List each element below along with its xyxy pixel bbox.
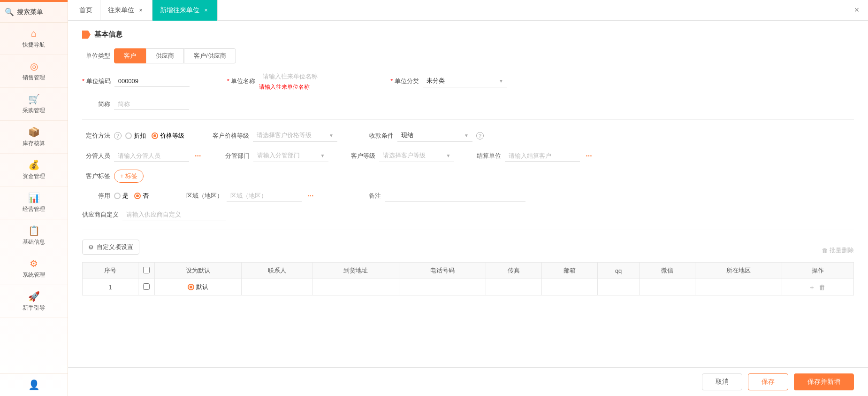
row-region xyxy=(695,279,782,295)
radio-yes[interactable]: 是 xyxy=(114,192,129,200)
unit-category-select[interactable]: 未分类 ▼ xyxy=(423,75,507,87)
department-label: 分管部门 xyxy=(221,152,250,160)
customer-level-label: 客户等级 xyxy=(347,152,375,160)
radio-discount-circle xyxy=(125,132,132,139)
row-default: 默认 xyxy=(154,279,241,295)
radio-level[interactable]: 价格等级 xyxy=(152,132,184,140)
unit-name-input[interactable] xyxy=(259,71,353,82)
tab-home[interactable]: 首页 xyxy=(72,0,100,21)
row-actions: + 🗑 xyxy=(782,279,854,295)
manager-input[interactable] xyxy=(114,150,189,162)
settlement-unit-input[interactable] xyxy=(505,150,580,162)
sidebar-item-system[interactable]: ⚙ 系统管理 xyxy=(0,252,68,285)
radio-level-label: 价格等级 xyxy=(160,132,184,140)
radio-discount-label: 折扣 xyxy=(134,132,146,140)
sidebar-item-operations[interactable]: 📊 经营管理 xyxy=(0,186,68,219)
sidebar-item-finance[interactable]: 💰 资金管理 xyxy=(0,154,68,186)
payment-terms-select[interactable]: 现结 ▼ xyxy=(397,129,472,142)
sidebar-item-label: 销售管理 xyxy=(23,74,45,82)
row-phone xyxy=(399,279,486,295)
content-area: 基本信息 单位类型 客户 供应商 客户/供应商 单位编码 xyxy=(68,21,868,367)
pricing-row: 定价方法 ? 折扣 价格等级 客户价格等级 xyxy=(82,129,854,142)
remarks-group: 备注 xyxy=(353,190,525,202)
manager-more-btn[interactable]: ··· xyxy=(193,152,203,160)
tab-new-contact[interactable]: 新增往来单位 × xyxy=(152,0,218,21)
sidebar-item-sales[interactable]: ◎ 销售管理 xyxy=(0,55,68,88)
sidebar-item-label: 基础信息 xyxy=(23,238,45,246)
add-tag-button[interactable]: + 标签 xyxy=(114,170,144,183)
payment-help-icon[interactable]: ? xyxy=(476,132,484,140)
section-basic-info: 基本信息 xyxy=(82,30,854,39)
cancel-button[interactable]: 取消 xyxy=(702,373,742,390)
region-more-btn[interactable]: ··· xyxy=(305,192,315,200)
customer-level-select[interactable]: 请选择客户等级 ▼ xyxy=(379,149,454,162)
operations-icon: 📊 xyxy=(28,192,40,203)
add-row-icon[interactable]: + xyxy=(808,283,815,291)
customer-price-level-placeholder: 请选择客户价格等级 xyxy=(257,131,327,140)
radio-no-label: 否 xyxy=(143,192,149,200)
default-radio-circle xyxy=(188,284,194,290)
type-btn-customer[interactable]: 客户 xyxy=(114,48,146,63)
short-name-row: 简称 xyxy=(82,99,854,110)
select-all-checkbox[interactable] xyxy=(143,267,150,273)
radio-discount[interactable]: 折扣 xyxy=(125,132,146,140)
add-tag-label: + 标签 xyxy=(120,172,137,180)
gear-icon: ⚙ xyxy=(88,244,94,251)
supplier-custom-group: 供应商自定义 xyxy=(82,209,226,220)
customer-level-group: 客户等级 请选择客户等级 ▼ xyxy=(347,149,454,162)
row-contact xyxy=(241,279,312,295)
settlement-more-btn[interactable]: ··· xyxy=(584,152,594,160)
tab-contacts-close[interactable]: × xyxy=(137,7,145,14)
row-checkbox-1[interactable] xyxy=(143,283,150,290)
col-checkbox xyxy=(138,263,154,279)
short-name-input[interactable] xyxy=(114,99,189,110)
sidebar-item-basic-info[interactable]: 📋 基础信息 xyxy=(0,219,68,252)
delete-row-icon[interactable]: 🗑 xyxy=(817,283,827,291)
row-email xyxy=(541,279,597,295)
customer-price-level-select[interactable]: 请选择客户价格等级 ▼ xyxy=(253,129,337,142)
row-default-radio[interactable]: 默认 xyxy=(160,283,236,291)
sidebar-item-label: 新手引导 xyxy=(23,304,45,312)
tab-contacts[interactable]: 往来单位 × xyxy=(100,0,152,21)
col-index: 序号 xyxy=(83,263,138,279)
delete-icon: 🗑 xyxy=(822,247,828,254)
payment-terms-label: 收款条件 xyxy=(365,132,394,140)
disabled-radio-group: 是 否 xyxy=(114,192,149,200)
sidebar-item-beginner[interactable]: 🚀 新手引导 xyxy=(0,285,68,318)
type-btn-supplier[interactable]: 供应商 xyxy=(146,48,184,63)
region-label: 区域（地区） xyxy=(186,192,223,200)
save-new-button[interactable]: 保存并新增 xyxy=(794,373,854,390)
manager-group: 分管人员 ··· xyxy=(82,150,203,162)
tag-row: 客户标签 + 标签 xyxy=(82,170,854,183)
tab-contacts-label: 往来单位 xyxy=(108,6,134,15)
remarks-input[interactable] xyxy=(385,190,525,202)
finance-icon: 💰 xyxy=(28,159,40,171)
save-button[interactable]: 保存 xyxy=(748,373,788,390)
sidebar-search[interactable]: 🔍 搜索菜单 xyxy=(0,2,68,23)
tab-new-contact-close[interactable]: × xyxy=(202,7,210,14)
sidebar-bottom[interactable]: 👤 xyxy=(0,373,68,396)
sidebar-item-inventory[interactable]: 📦 库存核算 xyxy=(0,121,68,154)
payment-terms-value: 现结 xyxy=(401,131,462,140)
supplier-custom-input[interactable] xyxy=(122,209,226,220)
customer-price-level-group: 客户价格等级 请选择客户价格等级 ▼ xyxy=(213,129,337,142)
batch-delete-button[interactable]: 🗑 批量删除 xyxy=(822,246,854,255)
radio-no[interactable]: 否 xyxy=(134,192,149,200)
sidebar-item-purchase[interactable]: 🛒 采购管理 xyxy=(0,88,68,121)
row-fax xyxy=(486,279,541,295)
sidebar-item-label: 库存核算 xyxy=(23,140,45,148)
tab-bar: 首页 往来单位 × 新增往来单位 × × xyxy=(68,0,868,21)
tab-home-label: 首页 xyxy=(79,6,92,15)
table-row: 1 默认 xyxy=(83,279,854,295)
custom-settings-button[interactable]: ⚙ 自定义项设置 xyxy=(82,240,139,255)
region-input[interactable] xyxy=(227,190,302,202)
sales-icon: ◎ xyxy=(30,61,38,72)
unit-code-input[interactable] xyxy=(114,76,190,87)
pricing-help-icon[interactable]: ? xyxy=(114,132,122,140)
sidebar-item-quick-nav[interactable]: ⌂ 快捷导航 xyxy=(0,23,68,55)
sidebar-item-label: 资金管理 xyxy=(23,172,45,180)
customer-level-placeholder: 请选择客户等级 xyxy=(383,151,444,160)
department-select[interactable]: 请输入分管部门 ▼ xyxy=(253,149,328,162)
window-close-button[interactable]: × xyxy=(849,3,864,18)
type-btn-both[interactable]: 客户/供应商 xyxy=(184,48,236,63)
